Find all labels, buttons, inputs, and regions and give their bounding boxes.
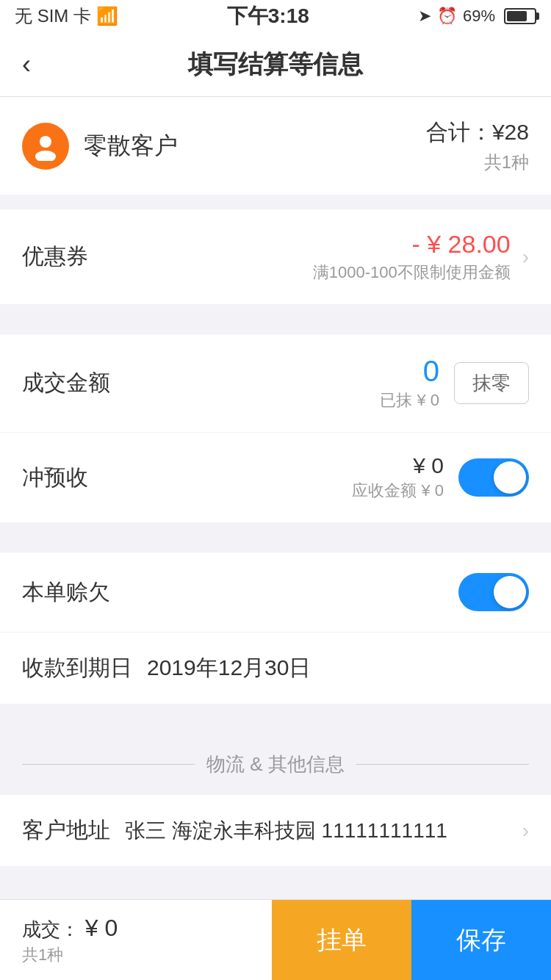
- customer-row: 零散客户 合计：¥28 共1种: [0, 97, 551, 195]
- total-count: 共1种: [426, 151, 529, 174]
- coupon-card: 优惠券 - ¥ 28.00 满1000-100不限制使用金额 ›: [0, 209, 551, 305]
- status-left: 无 SIM 卡 📶: [15, 4, 118, 28]
- address-row[interactable]: 客户地址 张三 海淀永丰科技园 11111111111 ›: [0, 795, 551, 867]
- location-icon: ➤: [418, 7, 431, 26]
- coupon-right: - ¥ 28.00 满1000-100不限制使用金额 ›: [313, 230, 529, 284]
- coupon-desc: 满1000-100不限制使用金额: [313, 262, 511, 284]
- address-label: 客户地址: [22, 815, 110, 846]
- content-area: 零散客户 合计：¥28 共1种 优惠券 - ¥ 28.00 满1000-100不…: [0, 97, 551, 970]
- bottom-deal-label: 成交：: [22, 918, 79, 940]
- status-right: ➤ ⏰ 69%: [418, 7, 536, 26]
- coupon-row[interactable]: 优惠券 - ¥ 28.00 满1000-100不限制使用金额 ›: [0, 209, 551, 305]
- svg-point-1: [35, 151, 56, 161]
- address-value: 张三 海淀永丰科技园 11111111111: [125, 817, 508, 845]
- svg-point-0: [40, 136, 51, 148]
- bottom-deal-count: 共1种: [22, 944, 250, 966]
- deal-amount-sub: 已抹 ¥ 0: [380, 389, 439, 411]
- customer-card: 零散客户 合计：¥28 共1种: [0, 97, 551, 195]
- logistics-label: 物流 & 其他信息: [206, 752, 345, 777]
- status-time: 下午3:18: [227, 2, 309, 30]
- divider-2: [0, 538, 551, 552]
- coupon-amount: - ¥ 28.00: [313, 230, 511, 259]
- round-button[interactable]: 抹零: [454, 362, 529, 404]
- customer-left: 零散客户: [22, 123, 178, 170]
- bottom-deal-amount: ¥ 0: [85, 915, 118, 941]
- page-title: 填写结算等信息: [188, 48, 363, 82]
- due-date-value: 2019年12月30日: [147, 653, 311, 683]
- prepayment-row: 冲预收 ¥ 0 应收金额 ¥ 0: [0, 433, 551, 523]
- divider-3: [0, 719, 551, 734]
- credit-toggle-knob: [494, 576, 526, 608]
- bottom-bar: 成交： ¥ 0 共1种 挂单 保存: [0, 899, 551, 980]
- header-line-right: [356, 764, 529, 765]
- deal-card: 成交金额 0 已抹 ¥ 0 抹零 冲预收 ¥ 0 应收金额 ¥ 0: [0, 334, 551, 523]
- header-line-left: [22, 764, 195, 765]
- deal-amount-label: 成交金额: [22, 368, 110, 398]
- address-card: 客户地址 张三 海淀永丰科技园 11111111111 ›: [0, 795, 551, 867]
- prepayment-amount: ¥ 0: [352, 453, 444, 478]
- divider-1: [0, 320, 551, 334]
- status-bar: 无 SIM 卡 📶 下午3:18 ➤ ⏰ 69%: [0, 0, 551, 32]
- deal-amount-row: 成交金额 0 已抹 ¥ 0 抹零: [0, 334, 551, 433]
- prepayment-amount-wrap: ¥ 0 应收金额 ¥ 0: [352, 453, 444, 502]
- customer-name: 零散客户: [84, 130, 178, 162]
- coupon-label: 优惠券: [22, 242, 88, 272]
- save-button[interactable]: 保存: [411, 900, 551, 981]
- hang-button[interactable]: 挂单: [272, 900, 411, 981]
- sim-wifi-text: 无 SIM 卡 📶: [15, 4, 118, 28]
- credit-row: 本单赊欠: [0, 552, 551, 633]
- battery-icon: [504, 8, 536, 24]
- coupon-chevron-icon: ›: [522, 245, 529, 269]
- prepayment-toggle[interactable]: [458, 458, 529, 497]
- alarm-icon: ⏰: [437, 7, 457, 26]
- prepayment-right: ¥ 0 应收金额 ¥ 0: [352, 453, 529, 502]
- nav-bar: ‹ 填写结算等信息: [0, 32, 551, 97]
- coupon-text: - ¥ 28.00 满1000-100不限制使用金额: [313, 230, 511, 284]
- due-date-label: 收款到期日: [22, 653, 132, 683]
- back-button[interactable]: ‹: [22, 49, 31, 80]
- deal-amount-value: 0: [380, 355, 439, 388]
- credit-label: 本单赊欠: [22, 577, 110, 608]
- bottom-deal-line: 成交： ¥ 0: [22, 915, 250, 943]
- battery-percent: 69%: [463, 7, 495, 26]
- toggle-knob: [494, 461, 526, 494]
- due-date-row: 收款到期日 2019年12月30日: [0, 633, 551, 705]
- prepayment-label: 冲预收: [22, 463, 88, 493]
- credit-toggle[interactable]: [458, 573, 529, 611]
- total-amount: 合计：¥28: [426, 118, 529, 148]
- customer-right: 合计：¥28 共1种: [426, 118, 529, 174]
- deal-amount-val-wrap: 0 已抹 ¥ 0: [380, 355, 439, 411]
- logistics-header: 物流 & 其他信息: [0, 734, 551, 795]
- prepayment-sub: 应收金额 ¥ 0: [352, 480, 444, 502]
- bottom-summary: 成交： ¥ 0 共1种: [0, 915, 272, 966]
- address-chevron-icon: ›: [522, 819, 529, 843]
- deal-amount-right: 0 已抹 ¥ 0 抹零: [380, 355, 529, 411]
- avatar: [22, 123, 69, 170]
- credit-card: 本单赊欠 收款到期日 2019年12月30日: [0, 552, 551, 705]
